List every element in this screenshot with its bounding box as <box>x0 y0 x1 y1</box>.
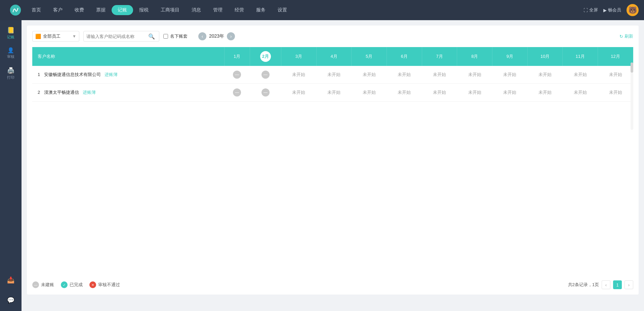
active-month-circle: 2月 <box>260 51 271 62</box>
membership-label: 畅会员 <box>608 7 621 13</box>
row2-m12: 未开始 <box>598 84 633 102</box>
nav-business[interactable]: 工商项目 <box>155 5 186 15</box>
not-built-dot <box>32 281 39 288</box>
search-input-wrap: 🔍 <box>83 31 159 42</box>
row2-index: 2 <box>38 90 40 95</box>
row1-m6: 未开始 <box>387 66 422 84</box>
nav-message[interactable]: 消息 <box>186 5 207 15</box>
pagination: 共2条记录，1页 ‹ 1 › <box>568 280 633 289</box>
failed-dot <box>89 281 96 288</box>
my-accounts-checkbox-wrap[interactable]: 名下账套 <box>163 33 188 39</box>
refresh-button[interactable]: ↻ 刷新 <box>619 33 633 39</box>
row2-m7: 未开始 <box>422 84 457 102</box>
row2-m1 <box>224 84 250 102</box>
employee-select[interactable]: 🟧 全部员工 ▼ <box>32 31 79 42</box>
row2-m4: 未开始 <box>316 84 352 102</box>
dropdown-arrow-icon: ▼ <box>72 34 76 39</box>
row1-m2 <box>250 66 281 84</box>
nav-accounting[interactable]: 记账 <box>112 5 133 15</box>
row2-m8: 未开始 <box>457 84 492 102</box>
footer: 未建账 已完成 审核不通过 共2条记录，1页 ‹ 1 › <box>32 280 633 289</box>
play-icon: ▶ <box>603 8 607 13</box>
page-1-btn[interactable]: 1 <box>613 280 622 289</box>
download-icon: 📥 <box>7 276 14 284</box>
row1-m5: 未开始 <box>352 66 387 84</box>
row2-m9: 未开始 <box>492 84 528 102</box>
table-scrollbar[interactable] <box>631 63 633 130</box>
nav-home[interactable]: 首页 <box>26 5 47 15</box>
sidebar-item-accounting[interactable]: 📒 记账 <box>1 24 20 42</box>
sidebar-item-download[interactable]: 📥 <box>1 271 20 289</box>
row2-m5: 未开始 <box>352 84 387 102</box>
row1-m12: 未开始 <box>598 66 633 84</box>
support-icon: 💬 <box>7 297 14 304</box>
nav-operations[interactable]: 经营 <box>229 5 250 15</box>
employee-select-value: 全部员工 <box>43 33 72 39</box>
table-header-row: 客户名称 1月 2月 3月 4月 5月 6月 7月 8月 9月 10月 11月 <box>32 47 633 66</box>
accounting-icon: 📒 <box>7 27 14 34</box>
prev-page-btn[interactable]: ‹ <box>602 280 610 289</box>
row2-entry-link[interactable]: 进账簿 <box>83 90 96 95</box>
nav-management[interactable]: 管理 <box>207 5 229 15</box>
my-accounts-label: 名下账套 <box>170 33 188 39</box>
my-accounts-checkbox[interactable] <box>163 34 168 39</box>
status-not-built-icon <box>233 88 241 96</box>
failed-label: 审核不通过 <box>98 282 120 288</box>
membership-btn[interactable]: ▶ 畅会员 <box>603 7 621 13</box>
year-display: 2023年 <box>209 33 224 39</box>
row1-m3: 未开始 <box>281 66 316 84</box>
nav-tax[interactable]: 报税 <box>133 5 155 15</box>
nav-billing[interactable]: 收费 <box>69 5 90 15</box>
user-avatar[interactable]: 🐻 <box>627 4 639 16</box>
legend: 未建账 已完成 审核不通过 <box>32 281 120 288</box>
sidebar-item-support[interactable]: 💬 <box>1 291 20 310</box>
row1-index: 1 <box>38 72 40 77</box>
sidebar-item-print[interactable]: 🖨️ 打印 <box>1 64 20 83</box>
row1-entry-link[interactable]: 进账簿 <box>105 72 118 77</box>
col-m2-active: 2月 <box>250 47 281 66</box>
status-not-built-icon <box>233 71 241 79</box>
row1-name-cell: 1 安徽畅捷通信息技术有限公司 进账簿 <box>32 66 224 84</box>
not-built-label: 未建账 <box>41 282 54 288</box>
legend-failed: 审核不通过 <box>89 281 120 288</box>
nav-customer[interactable]: 客户 <box>47 5 69 15</box>
completed-label: 已完成 <box>70 282 83 288</box>
nav-right: ⛶ 全屏 ▶ 畅会员 🐻 <box>583 4 639 16</box>
table-wrapper: 客户名称 1月 2月 3月 4月 5月 6月 7月 8月 9月 10月 11月 <box>32 47 633 102</box>
legend-not-built: 未建账 <box>32 281 54 288</box>
refresh-icon: ↻ <box>619 34 623 39</box>
row2-m10: 未开始 <box>527 84 563 102</box>
sidebar-item-audit[interactable]: 👤 审核 <box>1 44 20 63</box>
top-nav: 首页 客户 收费 票据 记账 报税 工商项目 消息 管理 经营 服务 设置 ⛶ … <box>0 0 644 20</box>
completed-dot <box>61 281 68 288</box>
sidebar-print-label: 打印 <box>7 75 14 80</box>
row1-m7: 未开始 <box>422 66 457 84</box>
col-m8: 8月 <box>457 47 492 66</box>
row2-name-cell: 2 漠澳太平畅捷通信 进账簿 <box>32 84 224 102</box>
audit-icon: 👤 <box>7 47 14 53</box>
nav-service[interactable]: 服务 <box>250 5 272 15</box>
row1-m4: 未开始 <box>316 66 352 84</box>
col-m9: 9月 <box>492 47 528 66</box>
row2-m6: 未开始 <box>387 84 422 102</box>
data-table: 客户名称 1月 2月 3月 4月 5月 6月 7月 8月 9月 10月 11月 <box>32 47 633 102</box>
search-button[interactable]: 🔍 <box>147 33 156 40</box>
row2-m3: 未开始 <box>281 84 316 102</box>
nav-settings[interactable]: 设置 <box>272 5 293 15</box>
nav-invoice[interactable]: 票据 <box>90 5 112 15</box>
search-input[interactable] <box>86 34 147 39</box>
fullscreen-btn[interactable]: ⛶ 全屏 <box>583 7 598 13</box>
prev-year-btn[interactable]: ‹ <box>198 32 206 40</box>
employee-icon: 🟧 <box>35 34 41 39</box>
next-year-btn[interactable]: › <box>227 32 235 40</box>
nav-items: 首页 客户 收费 票据 记账 报税 工商项目 消息 管理 经营 服务 设置 <box>26 5 583 15</box>
content-card: 🟧 全部员工 ▼ 🔍 名下账套 ‹ 2023年 › ↻ 刷新 <box>27 26 639 295</box>
row1-m9: 未开始 <box>492 66 528 84</box>
next-page-btn[interactable]: › <box>625 280 633 289</box>
sidebar-audit-label: 审核 <box>7 54 14 59</box>
row1-m11: 未开始 <box>563 66 598 84</box>
toolbar: 🟧 全部员工 ▼ 🔍 名下账套 ‹ 2023年 › ↻ 刷新 <box>32 31 633 42</box>
row1-m8: 未开始 <box>457 66 492 84</box>
print-icon: 🖨️ <box>7 67 14 74</box>
row1-m10: 未开始 <box>527 66 563 84</box>
